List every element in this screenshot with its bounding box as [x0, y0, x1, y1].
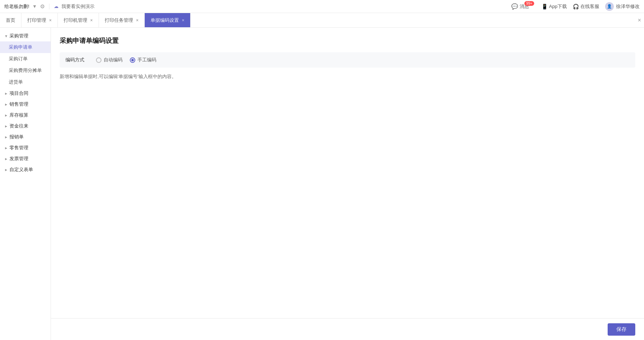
page-title: 采购申请单编码设置 [60, 36, 635, 45]
online-service-label: 在线客服 [580, 3, 599, 10]
app-download-btn[interactable]: 📱 App下载 [541, 3, 567, 10]
hint-text: 新增和编辑单据时,可以编辑'单据编号'输入框中的内容。 [60, 73, 635, 80]
save-button[interactable]: 保存 [608, 323, 635, 336]
radio-group-encoding: 自动编码 手工编码 [96, 57, 156, 63]
top-bar: 给老板勿删! ▼ ⚙ ☁ 我要看实例演示 💬 消息 99+ 📱 App下载 🎧 … [0, 0, 644, 13]
chevron-right-icon-3: ► [4, 113, 8, 117]
sidebar: ▼ 采购管理 采购申请单 采购订单 采购费用分摊单 进货单 ► 项目合同 ► 销… [0, 28, 51, 340]
sidebar-group-returns[interactable]: ► 报销单 [0, 131, 51, 142]
tab-barcode-setting-close[interactable]: × [182, 18, 184, 23]
tab-printer-mgmt-label: 打印机管理 [64, 17, 87, 24]
tab-barcode-setting-label: 单据编码设置 [151, 17, 179, 24]
sidebar-group-custom-forms-label: 自定义表单 [9, 166, 33, 173]
app-download-label: App下载 [549, 3, 567, 10]
tab-print-task-mgmt-close[interactable]: × [136, 18, 139, 23]
sidebar-group-returns-label: 报销单 [9, 134, 24, 140]
tabs-bar: 首页 打印管理 × 打印机管理 × 打印任务管理 × 单据编码设置 × × [0, 13, 644, 28]
message-icon: 💬 [511, 3, 518, 10]
sidebar-group-sales-mgmt[interactable]: ► 销售管理 [0, 99, 51, 110]
chevron-down-icon: ▼ [4, 34, 8, 38]
encoding-label: 编码方式 [65, 57, 87, 63]
phone-icon: 📱 [541, 4, 548, 9]
sidebar-item-purchase-order-label: 采购订单 [9, 56, 28, 61]
chevron-right-icon-7: ► [4, 157, 8, 161]
chevron-right-icon-2: ► [4, 102, 8, 106]
settings-icon[interactable]: ⚙ [40, 3, 45, 10]
sidebar-item-purchase-expense[interactable]: 采购费用分摊单 [0, 65, 51, 76]
tab-home[interactable]: 首页 [0, 13, 21, 27]
sidebar-group-inventory-calc-label: 库存核算 [9, 112, 28, 118]
sidebar-item-purchase-request[interactable]: 采购申请单 [0, 41, 51, 53]
sidebar-group-retail-mgmt[interactable]: ► 零售管理 [0, 142, 51, 153]
chevron-right-icon-4: ► [4, 124, 8, 128]
tab-print-mgmt[interactable]: 打印管理 × [21, 13, 58, 27]
top-bar-right: 💬 消息 99+ 📱 App下载 🎧 在线客服 👤 徐泽华修改 [511, 2, 640, 11]
auto-encode-label: 自动编码 [104, 57, 123, 63]
chevron-right-icon-8: ► [4, 168, 8, 172]
content-footer: 保存 [51, 318, 644, 340]
username: 徐泽华修改 [616, 3, 640, 10]
tab-home-label: 首页 [6, 17, 15, 24]
tab-print-mgmt-close[interactable]: × [49, 18, 52, 23]
sidebar-item-purchase-expense-label: 采购费用分摊单 [9, 68, 42, 73]
sidebar-group-inventory-calc[interactable]: ► 库存核算 [0, 110, 51, 121]
sidebar-item-purchase-request-label: 采购申请单 [9, 44, 32, 50]
tabs-spacer [191, 13, 635, 27]
tab-barcode-setting[interactable]: 单据编码设置 × [145, 13, 191, 27]
sidebar-item-goods-receipt-label: 进货单 [9, 79, 23, 85]
chevron-right-icon: ► [4, 92, 8, 96]
headset-icon: 🎧 [573, 4, 579, 9]
sidebar-group-invoice-mgmt-label: 发票管理 [9, 155, 28, 162]
manual-encode-label: 手工编码 [137, 57, 156, 63]
avatar: 👤 [605, 2, 614, 11]
radio-manual-encode[interactable]: 手工编码 [130, 57, 156, 63]
online-service-btn[interactable]: 🎧 在线客服 [573, 3, 599, 10]
tab-printer-mgmt-close[interactable]: × [90, 18, 93, 23]
radio-auto-circle [96, 57, 101, 63]
tab-print-mgmt-label: 打印管理 [27, 17, 46, 24]
sidebar-group-funds-flow-label: 资金往来 [9, 123, 28, 129]
dropdown-icon[interactable]: ▼ [32, 4, 37, 9]
sidebar-group-custom-forms[interactable]: ► 自定义表单 [0, 164, 51, 175]
sidebar-group-invoice-mgmt[interactable]: ► 发票管理 [0, 153, 51, 164]
tab-print-task-mgmt[interactable]: 打印任务管理 × [99, 13, 145, 27]
brand-text: 给老板勿删! [4, 3, 29, 10]
message-badge: 99+ [524, 1, 534, 6]
message-btn[interactable]: 💬 消息 99+ [511, 3, 529, 10]
top-bar-left: 给老板勿删! ▼ ⚙ ☁ 我要看实例演示 [4, 3, 95, 10]
sidebar-group-funds-flow[interactable]: ► 资金往来 [0, 121, 51, 131]
radio-manual-circle [130, 57, 135, 63]
sidebar-group-project-contract-label: 项目合同 [9, 90, 28, 97]
sidebar-group-purchase-mgmt[interactable]: ▼ 采购管理 [0, 31, 51, 41]
cloud-icon: ☁ [54, 4, 59, 9]
sidebar-group-purchase-mgmt-label: 采购管理 [9, 33, 28, 39]
user-info[interactable]: 👤 徐泽华修改 [605, 2, 640, 11]
radio-auto-encode[interactable]: 自动编码 [96, 57, 123, 63]
sidebar-item-goods-receipt[interactable]: 进货单 [0, 76, 51, 88]
sidebar-item-purchase-order[interactable]: 采购订单 [0, 53, 51, 65]
main-layout: ▼ 采购管理 采购申请单 采购订单 采购费用分摊单 进货单 ► 项目合同 ► 销… [0, 28, 644, 340]
content-area: 采购申请单编码设置 编码方式 自动编码 手工编码 新增和编辑单据时,可以编辑'单… [51, 28, 644, 340]
chevron-right-icon-6: ► [4, 146, 8, 150]
sidebar-group-sales-mgmt-label: 销售管理 [9, 101, 28, 108]
sidebar-group-project-contract[interactable]: ► 项目合同 [0, 88, 51, 99]
close-all-tabs-btn[interactable]: × [635, 13, 644, 27]
chevron-right-icon-5: ► [4, 135, 8, 139]
search-text[interactable]: 我要看实例演示 [61, 3, 95, 10]
sidebar-group-retail-mgmt-label: 零售管理 [9, 145, 28, 151]
content-main: 采购申请单编码设置 编码方式 自动编码 手工编码 新增和编辑单据时,可以编辑'单… [51, 28, 644, 340]
tab-printer-mgmt[interactable]: 打印机管理 × [58, 13, 99, 27]
encoding-row: 编码方式 自动编码 手工编码 [60, 52, 635, 68]
tab-print-task-mgmt-label: 打印任务管理 [105, 17, 133, 24]
